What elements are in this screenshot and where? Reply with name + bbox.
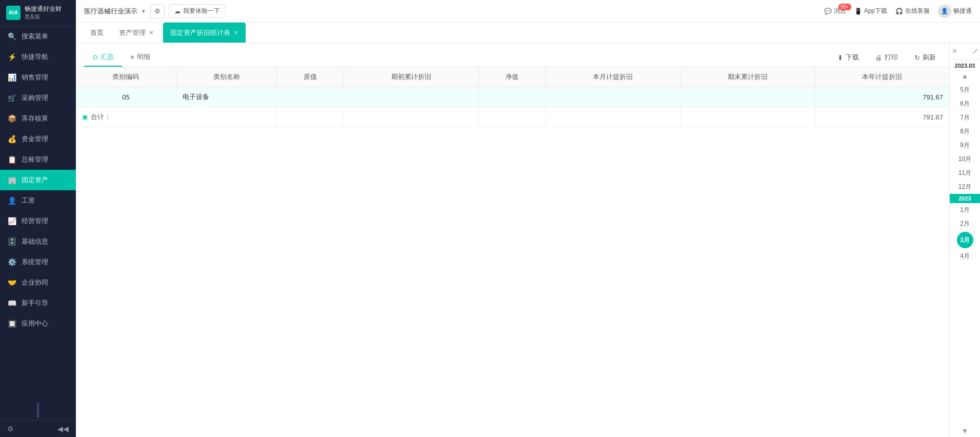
summary-icon: ▣: [82, 113, 88, 121]
sidebar-item-appcenter[interactable]: 🔲 应用中心: [0, 313, 76, 334]
right-panel: ✕ ⤢ 2023.03 ▲ 5月 6月 7月 8月 9月 10月 11月 12月…: [949, 43, 980, 437]
user-profile[interactable]: 👤 畅捷通: [938, 5, 972, 18]
sidebar-item-label: 库存核算: [22, 114, 48, 123]
month-item-feb-2023[interactable]: 2月: [950, 217, 980, 231]
app-title-group: 畅捷通好业财 普及版: [25, 5, 62, 21]
month-item-nov[interactable]: 11月: [950, 166, 980, 180]
sidebar-item-operation[interactable]: 📈 经营管理: [0, 211, 76, 231]
company-name: 医疗器械行业演示: [84, 7, 137, 16]
app-download-button[interactable]: 📱 App下载: [854, 7, 887, 15]
right-panel-expand-icon[interactable]: ⤢: [972, 47, 978, 55]
month-list: 5月 6月 7月 8月 9月 10月 11月 12月 2023 1月 2月 3月…: [950, 82, 980, 425]
tabbar: 首页 资产管理 ✕ 固定资产折旧统计表 ✕: [76, 23, 980, 43]
page-panel: ⊙ 汇总 ≡ 明细 ⬇ 下载 🖨 打印: [76, 43, 949, 437]
messages-icon: 💬: [824, 8, 832, 15]
sidebar-item-label: 企业协同: [22, 278, 48, 287]
sidebar-header: AtA 畅捷通好业财 普及版: [0, 0, 76, 26]
summary-year-dep: 791.67: [815, 107, 949, 127]
scroll-down-button[interactable]: ▼: [950, 425, 980, 437]
col-ending-depreciation: 期末累计折旧: [680, 67, 815, 87]
customer-service-button[interactable]: 🎧 在线客服: [895, 7, 930, 15]
sidebar-item-label: 采购管理: [22, 93, 48, 103]
sidebar-item-collab[interactable]: 🤝 企业协同: [0, 272, 76, 293]
sidebar-item-fixed-assets[interactable]: 🏢 固定资产: [0, 170, 76, 190]
salary-icon: 👤: [7, 196, 16, 205]
month-item-jan-2023[interactable]: 1月: [950, 203, 980, 217]
app-logo: AtA: [6, 6, 21, 20]
print-button[interactable]: 🖨 打印: [870, 50, 903, 65]
col-original-value: 原值: [277, 67, 344, 87]
messages-badge: 99+: [838, 4, 851, 10]
company-settings-button[interactable]: ⚙: [150, 4, 165, 18]
row-beginning-dep: [344, 87, 478, 107]
collapse-icon[interactable]: ◀◀: [57, 425, 69, 433]
month-item-mar-2023[interactable]: 3月: [957, 232, 973, 248]
topbar-left: 医疗器械行业演示 ▼ ⚙ ☁ 我要体验一下: [84, 4, 226, 18]
month-item-jun[interactable]: 6月: [950, 97, 980, 111]
collab-icon: 🤝: [7, 279, 16, 287]
sysadmin-icon: ⚙️: [7, 258, 16, 266]
quicknav-icon: ⚡: [7, 53, 16, 61]
sidebar-item-search[interactable]: 🔍 搜索菜单: [0, 26, 76, 47]
sub-tabs: ⊙ 汇总 ≡ 明细 ⬇ 下载 🖨 打印: [76, 43, 949, 67]
sidebar-item-inventory[interactable]: 📦 库存核算: [0, 108, 76, 129]
right-panel-close-icon[interactable]: ✕: [952, 47, 957, 55]
tab-depreciation-report[interactable]: 固定资产折旧统计表 ✕: [163, 23, 246, 43]
sub-tab-detail[interactable]: ≡ 明细: [122, 48, 158, 67]
month-item-sep[interactable]: 9月: [950, 138, 980, 152]
depreciation-table: 类别编码 类别名称 原值 期初累计折旧 净值 本月计提折旧 期末累计折旧 本年计…: [76, 67, 949, 127]
sidebar-item-label: 应用中心: [22, 319, 48, 328]
operation-icon: 📈: [7, 217, 16, 225]
month-item-jul[interactable]: 7月: [950, 111, 980, 125]
refresh-button[interactable]: ↻ 刷新: [909, 50, 941, 65]
tab-asset-management[interactable]: 资产管理 ✕: [112, 23, 161, 43]
row-net-value: [478, 87, 545, 107]
sidebar-nav: 🔍 搜索菜单 ⚡ 快捷导航 📊 销售管理 🛒 采购管理 📦 库存核算 💰 资金管…: [0, 26, 76, 401]
sidebar-item-purchase[interactable]: 🛒 采购管理: [0, 88, 76, 108]
month-item-dec[interactable]: 12月: [950, 180, 980, 194]
user-name: 畅捷通: [953, 7, 972, 15]
main-area: 医疗器械行业演示 ▼ ⚙ ☁ 我要体验一下 💬 消息 99+ 📱 App下载 🎧…: [76, 0, 980, 437]
sidebar-bottom: ⚙ ◀◀: [0, 420, 76, 437]
sidebar-item-salary[interactable]: 👤 工资: [0, 190, 76, 211]
row-year-dep: 791.67: [815, 87, 949, 107]
sidebar-item-basicinfo[interactable]: 🗄️ 基础信息: [0, 231, 76, 252]
sidebar-item-label: 快捷导航: [22, 52, 48, 62]
company-selector[interactable]: 医疗器械行业演示 ▼: [84, 7, 146, 16]
col-code: 类别编码: [76, 67, 176, 87]
table-header-row: 类别编码 类别名称 原值 期初累计折旧 净值 本月计提折旧 期末累计折旧 本年计…: [76, 67, 949, 87]
experience-button[interactable]: ☁ 我要体验一下: [169, 4, 226, 18]
row-ending-dep: [680, 87, 815, 107]
download-button[interactable]: ⬇ 下载: [832, 50, 864, 65]
tab-asset-label: 资产管理: [119, 28, 146, 37]
guide-icon: 📖: [7, 299, 16, 307]
table-wrapper: 类别编码 类别名称 原值 期初累计折旧 净值 本月计提折旧 期末累计折旧 本年计…: [76, 67, 949, 437]
refresh-icon: ↻: [914, 54, 920, 62]
sidebar-item-guide[interactable]: 📖 新手引导: [0, 293, 76, 313]
row-code: 05: [76, 87, 176, 107]
sidebar-item-sales[interactable]: 📊 销售管理: [0, 67, 76, 88]
detail-tab-icon: ≡: [130, 53, 134, 61]
user-avatar: 👤: [938, 5, 951, 18]
month-item-aug[interactable]: 8月: [950, 125, 980, 138]
settings-bottom-icon[interactable]: ⚙: [7, 425, 14, 433]
tab-home[interactable]: 首页: [84, 23, 110, 43]
scroll-up-button[interactable]: ▲: [950, 70, 980, 82]
purchase-icon: 🛒: [7, 94, 16, 102]
tab-depreciation-close[interactable]: ✕: [233, 29, 238, 36]
month-item-apr-2023[interactable]: 4月: [950, 249, 980, 263]
tab-asset-close[interactable]: ✕: [149, 29, 154, 36]
topbar: 医疗器械行业演示 ▼ ⚙ ☁ 我要体验一下 💬 消息 99+ 📱 App下载 🎧…: [76, 0, 980, 23]
month-item-may[interactable]: 5月: [950, 83, 980, 97]
sidebar-item-label: 经营管理: [22, 216, 48, 226]
sidebar: AtA 畅捷通好业财 普及版 🔍 搜索菜单 ⚡ 快捷导航 📊 销售管理 🛒 采购…: [0, 0, 76, 437]
sidebar-item-quicknav[interactable]: ⚡ 快捷导航: [0, 47, 76, 67]
sub-tab-summary[interactable]: ⊙ 汇总: [84, 48, 122, 67]
sidebar-item-finance[interactable]: 💰 资金管理: [0, 129, 76, 149]
messages-button[interactable]: 💬 消息 99+: [824, 7, 846, 15]
sidebar-item-sysadmin[interactable]: ⚙️ 系统管理: [0, 252, 76, 272]
right-panel-year: 2023.03: [950, 59, 980, 70]
sidebar-item-ledger[interactable]: 📋 总账管理: [0, 149, 76, 170]
finance-icon: 💰: [7, 135, 16, 143]
month-item-oct[interactable]: 10月: [950, 152, 980, 166]
